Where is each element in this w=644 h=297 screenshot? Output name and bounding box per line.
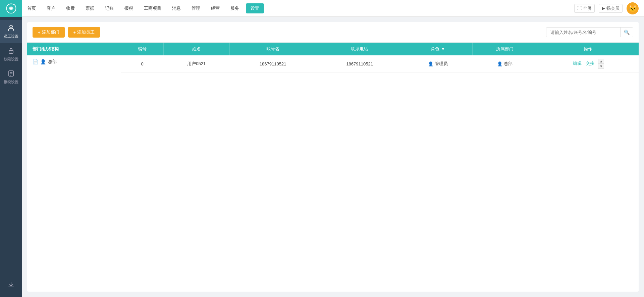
- table-body: 0 用户0521 18679110521 18679110521 👤 管理员 👤…: [121, 55, 639, 72]
- col-role: 角色 ▼: [403, 43, 472, 55]
- search-icon: 🔍: [624, 30, 630, 35]
- nav-item-收费[interactable]: 收费: [61, 0, 80, 16]
- role-user-icon: 👤: [428, 61, 433, 66]
- sidebar-item-permissions[interactable]: 权限设置: [0, 43, 22, 66]
- member-button[interactable]: ▶ 畅会员: [599, 4, 623, 13]
- table-header-row: 编号 姓名 账号名 联系电话: [121, 43, 639, 55]
- sidebar-item-employee[interactable]: 员工设置: [0, 20, 22, 43]
- layout: 员工设置 权限设置 报税设置: [0, 17, 644, 297]
- cell-code: 0: [121, 55, 163, 72]
- lock-icon: [7, 47, 15, 55]
- nav-item-票据[interactable]: 票据: [80, 0, 100, 16]
- nav-item-记账[interactable]: 记账: [100, 0, 119, 16]
- nav-item-客户[interactable]: 客户: [41, 0, 61, 16]
- nav-item-设置[interactable]: 设置: [246, 3, 264, 13]
- col-action: 操作: [537, 43, 639, 55]
- nav-item-工商项目[interactable]: 工商项目: [139, 0, 167, 16]
- sidebar-item-tax[interactable]: 报税设置: [0, 66, 22, 89]
- content-card: + 添加部门 + 添加员工 🔍: [27, 22, 639, 292]
- edit-link[interactable]: 编辑: [573, 61, 582, 66]
- cell-dept: 👤 总部: [473, 55, 537, 72]
- nav-item-服务[interactable]: 服务: [225, 0, 245, 16]
- cell-role: 👤 管理员: [403, 55, 472, 72]
- add-dept-label: 添加部门: [42, 29, 59, 35]
- file-icon: 📄: [33, 59, 38, 64]
- col-dept: 所属部门: [473, 43, 537, 55]
- col-code: 编号: [121, 43, 163, 55]
- col-account: 账号名: [229, 43, 316, 55]
- cell-name: 用户0521: [163, 55, 229, 72]
- nav-item-经营[interactable]: 经营: [206, 0, 225, 16]
- member-label: 畅会员: [606, 5, 620, 11]
- add-dept-button[interactable]: + 添加部门: [33, 27, 65, 38]
- logo[interactable]: [0, 0, 22, 17]
- nav-item-报税[interactable]: 报税: [119, 0, 139, 16]
- search-button[interactable]: 🔍: [620, 28, 633, 37]
- nav-item-消息[interactable]: 消息: [167, 0, 186, 16]
- dept-name: 总部: [48, 59, 57, 65]
- role-filter-icon[interactable]: ▼: [441, 47, 445, 51]
- dept-tree: 部门组织结构 📄 👤 总部: [27, 43, 121, 244]
- employee-table: 编号 姓名 账号名 联系电话: [121, 43, 639, 72]
- cell-phone: 18679110521: [316, 55, 403, 72]
- scroll-down-btn[interactable]: ▼: [598, 64, 604, 69]
- svg-point-1: [10, 25, 12, 28]
- table-area: 编号 姓名 账号名 联系电话: [121, 43, 639, 244]
- fullscreen-icon: ⛶: [577, 6, 582, 11]
- cell-action: 编辑 交接 ▲ ▼: [537, 55, 639, 72]
- fullscreen-label: 全屏: [583, 5, 592, 11]
- dept-tree-header: 部门组织结构: [27, 43, 121, 55]
- dept-value: 总部: [504, 61, 513, 67]
- person-icon: [7, 24, 15, 33]
- sidebar-permissions-label: 权限设置: [4, 57, 18, 62]
- scroll-controls: ▲ ▼: [598, 59, 604, 69]
- cell-account: 18679110521: [229, 55, 316, 72]
- play-icon: ▶: [602, 6, 605, 11]
- add-employee-icon: +: [73, 30, 76, 35]
- dept-tree-item[interactable]: 📄 👤 总部: [27, 55, 121, 68]
- add-employee-label: 添加员工: [77, 29, 95, 35]
- search-box: 🔍: [546, 27, 633, 37]
- sidebar-employee-label: 员工设置: [4, 34, 18, 39]
- svg-point-3: [10, 52, 11, 53]
- nav-item-管理[interactable]: 管理: [186, 0, 206, 16]
- sidebar-tax-label: 报税设置: [4, 80, 18, 85]
- transfer-link[interactable]: 交接: [586, 61, 594, 66]
- fullscreen-button[interactable]: ⛶ 全屏: [574, 4, 595, 13]
- table-row: 0 用户0521 18679110521 18679110521 👤 管理员 👤…: [121, 55, 639, 72]
- svg-point-0: [10, 7, 12, 9]
- scroll-up-btn[interactable]: ▲: [598, 59, 604, 64]
- download-icon: [7, 281, 15, 290]
- toolbar: + 添加部门 + 添加员工 🔍: [27, 22, 639, 43]
- user-avatar[interactable]: 🐱: [627, 2, 639, 14]
- topbar: 首页客户收费票据记账报税工商项目消息管理经营服务设置 ⛶ 全屏 ▶ 畅会员 🐱: [0, 0, 644, 17]
- col-name: 姓名: [163, 43, 229, 55]
- sidebar: 员工设置 权限设置 报税设置: [0, 17, 22, 297]
- main-nav: 首页客户收费票据记账报税工商项目消息管理经营服务设置: [22, 0, 574, 16]
- main-content: + 添加部门 + 添加员工 🔍: [22, 17, 644, 297]
- dept-tree-title: 部门组织结构: [33, 46, 59, 51]
- col-phone: 联系电话: [316, 43, 403, 55]
- dept-user-icon: 👤: [497, 61, 502, 66]
- role-value: 管理员: [435, 61, 448, 67]
- topbar-right: ⛶ 全屏 ▶ 畅会员 🐱: [574, 2, 644, 14]
- nav-item-首页[interactable]: 首页: [22, 0, 41, 16]
- search-input[interactable]: [546, 28, 620, 37]
- add-dept-icon: +: [38, 30, 41, 35]
- sidebar-item-download[interactable]: [0, 277, 22, 294]
- body-area: 部门组织结构 📄 👤 总部 编号: [27, 43, 639, 244]
- report-icon: [7, 70, 15, 78]
- dept-user-icon: 👤: [40, 59, 46, 64]
- add-employee-button[interactable]: + 添加员工: [68, 27, 100, 38]
